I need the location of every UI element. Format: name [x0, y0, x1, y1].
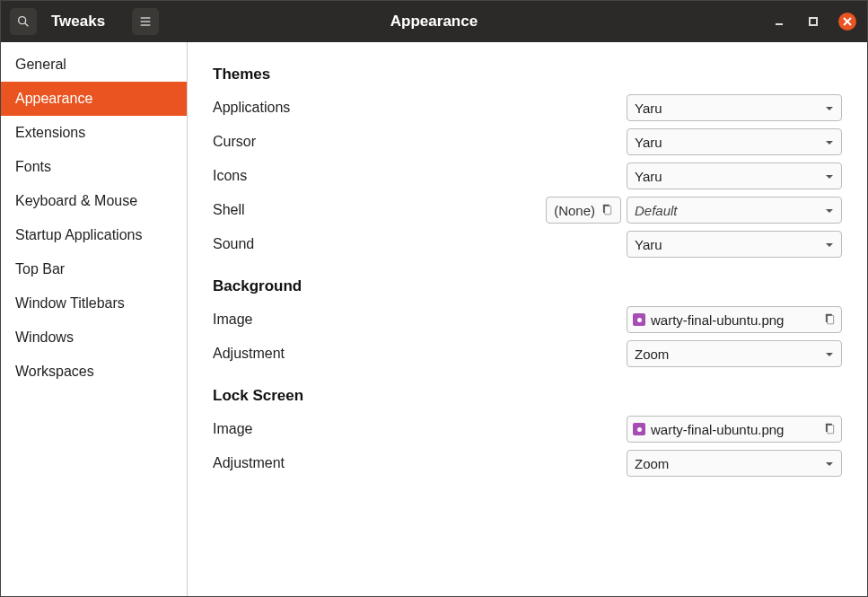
- section-heading-themes: Themes: [213, 66, 842, 83]
- sidebar-item-windows[interactable]: Windows: [1, 320, 187, 355]
- combo-value: Yaru: [635, 237, 662, 252]
- document-icon: [601, 203, 613, 218]
- row-lockscreen-adjustment: Adjustment Zoom: [213, 446, 842, 480]
- combo-sound[interactable]: Yaru: [627, 231, 842, 258]
- close-icon: [842, 16, 853, 27]
- sidebar-item-label: Windows: [15, 329, 74, 345]
- maximize-icon: [808, 16, 819, 27]
- chevron-down-icon: [825, 135, 834, 150]
- combo-value: Yaru: [635, 135, 662, 150]
- svg-rect-10: [605, 206, 611, 214]
- label-bg-image: Image: [213, 312, 252, 328]
- menu-button[interactable]: [132, 8, 159, 35]
- shell-none-text: (None): [554, 203, 595, 218]
- maximize-button[interactable]: [804, 13, 822, 31]
- row-applications: Applications Yaru: [213, 91, 842, 125]
- file-name: warty-final-ubuntu.png: [651, 312, 784, 328]
- open-file-icon: [823, 422, 836, 437]
- image-thumbnail-icon: [633, 313, 645, 326]
- label-icons: Icons: [213, 168, 247, 184]
- combo-value: Yaru: [635, 169, 662, 184]
- window-controls: [770, 13, 867, 31]
- sidebar-item-appearance[interactable]: Appearance: [1, 82, 187, 116]
- sidebar-item-startup-applications[interactable]: Startup Applications: [1, 218, 187, 252]
- combo-value: Zoom: [635, 347, 669, 362]
- combo-value: Yaru: [635, 101, 662, 116]
- row-background-adjustment: Adjustment Zoom: [213, 337, 842, 371]
- file-picker-lockscreen-image[interactable]: warty-final-ubuntu.png: [627, 416, 842, 443]
- label-ls-adjustment: Adjustment: [213, 455, 285, 471]
- sidebar-item-label: Startup Applications: [15, 227, 142, 242]
- sidebar-item-fonts[interactable]: Fonts: [1, 150, 187, 184]
- label-shell: Shell: [213, 202, 245, 218]
- app-name: Tweaks: [51, 13, 105, 31]
- sidebar-item-general[interactable]: General: [1, 48, 187, 82]
- shell-none-button[interactable]: (None): [546, 197, 621, 224]
- sidebar-item-label: Keyboard & Mouse: [15, 193, 137, 208]
- row-icons: Icons Yaru: [213, 159, 842, 193]
- page-title: Appearance: [390, 13, 478, 30]
- label-applications: Applications: [213, 100, 290, 116]
- svg-rect-14: [828, 425, 834, 433]
- section-heading-lockscreen: Lock Screen: [213, 387, 842, 405]
- sidebar-item-label: Fonts: [15, 159, 51, 174]
- svg-line-1: [25, 23, 29, 27]
- svg-point-0: [19, 17, 26, 24]
- svg-rect-6: [810, 18, 817, 25]
- minimize-icon: [774, 16, 785, 27]
- hamburger-icon: [138, 14, 153, 29]
- search-button[interactable]: [10, 8, 37, 35]
- combo-value: Zoom: [635, 456, 669, 471]
- titlebar-left: Tweaks: [1, 8, 159, 35]
- label-cursor: Cursor: [213, 134, 256, 150]
- label-bg-adjustment: Adjustment: [213, 346, 285, 362]
- section-heading-background: Background: [213, 277, 842, 295]
- search-icon: [16, 14, 31, 29]
- minimize-button[interactable]: [770, 13, 788, 31]
- sidebar: General Appearance Extensions Fonts Keyb…: [1, 42, 188, 596]
- combo-icons[interactable]: Yaru: [627, 162, 842, 189]
- sidebar-item-keyboard-mouse[interactable]: Keyboard & Mouse: [1, 184, 187, 218]
- chevron-down-icon: [825, 101, 834, 116]
- sidebar-item-label: Workspaces: [15, 364, 94, 379]
- combo-applications[interactable]: Yaru: [627, 94, 842, 121]
- sidebar-item-extensions[interactable]: Extensions: [1, 116, 187, 150]
- combo-background-adjustment[interactable]: Zoom: [627, 340, 842, 367]
- label-sound: Sound: [213, 236, 254, 252]
- sidebar-item-label: Appearance: [15, 91, 92, 106]
- chevron-down-icon: [825, 347, 834, 362]
- combo-lockscreen-adjustment[interactable]: Zoom: [627, 450, 842, 477]
- chevron-down-icon: [825, 169, 834, 184]
- row-cursor: Cursor Yaru: [213, 125, 842, 159]
- sidebar-item-label: Top Bar: [15, 261, 65, 277]
- image-thumbnail-icon: [633, 423, 645, 435]
- combo-value: Default: [635, 203, 678, 218]
- sidebar-item-label: Window Titlebars: [15, 295, 125, 311]
- close-button[interactable]: [838, 13, 856, 31]
- sidebar-item-label: General: [15, 57, 66, 72]
- combo-shell[interactable]: Default: [627, 197, 842, 224]
- combo-cursor[interactable]: Yaru: [627, 128, 842, 155]
- row-background-image: Image warty-final-ubuntu.png: [213, 303, 842, 337]
- sidebar-item-label: Extensions: [15, 125, 85, 140]
- file-name: warty-final-ubuntu.png: [651, 422, 784, 437]
- content-pane: Themes Applications Yaru Cursor Yaru: [188, 42, 867, 596]
- window: Tweaks Appearance General Appearance Ext: [0, 0, 868, 597]
- sidebar-item-top-bar[interactable]: Top Bar: [1, 252, 187, 286]
- sidebar-item-workspaces[interactable]: Workspaces: [1, 355, 187, 389]
- chevron-down-icon: [825, 237, 834, 252]
- label-ls-image: Image: [213, 421, 252, 437]
- chevron-down-icon: [825, 456, 834, 471]
- row-shell: Shell (None) Default: [213, 193, 842, 227]
- open-file-icon: [823, 312, 836, 328]
- row-sound: Sound Yaru: [213, 227, 842, 261]
- svg-rect-12: [828, 315, 834, 323]
- sidebar-item-window-titlebars[interactable]: Window Titlebars: [1, 286, 187, 320]
- body: General Appearance Extensions Fonts Keyb…: [1, 42, 867, 596]
- chevron-down-icon: [825, 203, 834, 218]
- titlebar: Tweaks Appearance: [1, 1, 867, 42]
- file-picker-background-image[interactable]: warty-final-ubuntu.png: [627, 306, 842, 333]
- row-lockscreen-image: Image warty-final-ubuntu.png: [213, 412, 842, 446]
